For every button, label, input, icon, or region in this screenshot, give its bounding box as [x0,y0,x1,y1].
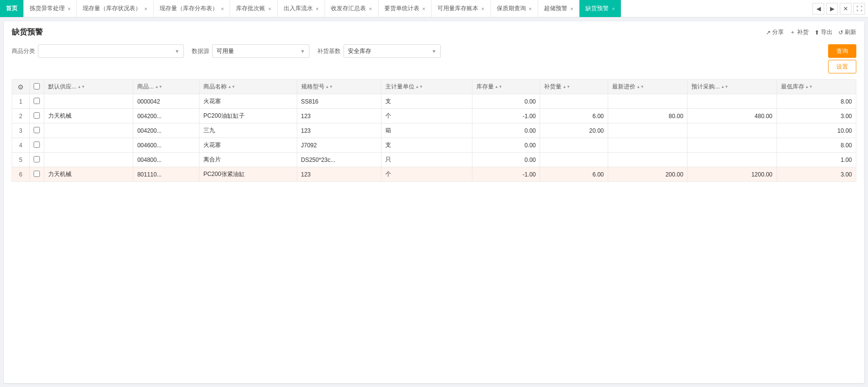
tab-5[interactable]: 出入库流水 × [278,0,325,17]
replenish-base-filter-group: 补货基数 安全库存 ▼ [317,44,441,58]
replenish-action[interactable]: ＋ 补货 [790,28,809,36]
row-check-cell [30,153,44,167]
tab-11[interactable]: 缺货预警 × [579,0,621,17]
row-latest-price [608,94,687,109]
col-unit-header: 主计量单位 ▲▼ [381,80,472,94]
tab-nav-buttons: ◀ ▶ ✕ ⛶ [810,3,868,15]
row-supplier: 力天机械 [44,109,133,123]
replenish-base-select[interactable]: 安全库存 ▼ [344,44,441,58]
goods-code-sort-icon: ▲▼ [155,85,163,89]
row-latest-price: 80.00 [608,109,687,123]
tab-1-close[interactable]: × [68,6,71,12]
col-spec-header: 规格型号 ▲▼ [297,80,381,94]
latest-price-sort[interactable]: 最新进价 ▲▼ [612,83,644,91]
row-goods-code: 004200... [133,123,199,138]
tab-9-close[interactable]: × [529,6,532,12]
tab-1-label: 拣货异常处理 [30,4,65,13]
row-latest-price [608,153,687,167]
col-est-purchase-header: 预计采购... ▲▼ [687,80,777,94]
row-settings-cell: 3 [12,123,30,138]
spec-sort[interactable]: 规格型号 ▲▼ [301,83,333,91]
row-latest-price: 200.00 [608,167,687,182]
category-label: 商品分类 [12,47,35,55]
row-checkbox-5[interactable] [34,171,40,177]
row-settings-cell: 6 [12,167,30,182]
col-check-header [30,80,44,94]
share-action[interactable]: ↗ 分享 [766,28,784,36]
row-check-cell [30,123,44,138]
tab-10[interactable]: 超储预警 × [538,0,579,17]
data-table: ⚙ 默认供应... ▲▼ 商品... ▲▼ [12,79,856,182]
supplier-col-label: 默认供应... [48,83,76,91]
datasource-select[interactable]: 可用量 ▼ [212,44,309,58]
tab-2-close[interactable]: × [144,6,147,12]
row-checkbox-1[interactable] [34,112,40,119]
row-checkbox-0[interactable] [34,98,40,104]
row-goods-name: 三九 [199,123,297,138]
tab-8-close[interactable]: × [481,6,484,12]
goods-name-sort[interactable]: 商品名称 ▲▼ [203,83,235,91]
tab-bar: 首页 拣货异常处理 × 现存量（库存状况表） × 现存量（库存分布表） × 库存… [0,0,868,18]
tab-next-btn[interactable]: ▶ [826,3,838,15]
stock-sort[interactable]: 库存量 ▲▼ [476,83,503,91]
row-unit: 支 [381,94,472,109]
tab-2[interactable]: 现存量（库存状况表） × [77,0,153,17]
tab-8[interactable]: 可用量库存账本 × [432,0,490,17]
tab-close-all-btn[interactable]: ✕ [840,3,851,15]
tab-3-close[interactable]: × [221,6,224,12]
query-button[interactable]: 查询 [828,44,856,58]
tab-3[interactable]: 现存量（库存分布表） × [154,0,230,17]
tab-9-label: 保质期查询 [497,4,526,13]
row-goods-code: 004800... [133,153,199,167]
select-all-checkbox[interactable] [34,83,40,89]
goods-code-col-label: 商品... [137,83,154,91]
est-purchase-sort-icon: ▲▼ [721,85,728,89]
refresh-action[interactable]: ↺ 刷新 [838,28,856,36]
export-action[interactable]: ⬆ 导出 [814,28,832,36]
category-arrow-icon: ▼ [175,49,180,54]
row-checkbox-2[interactable] [34,127,40,133]
row-unit: 只 [381,153,472,167]
goods-name-col-label: 商品名称 [203,83,227,91]
tab-10-close[interactable]: × [570,6,573,12]
row-goods-name: 离合片 [199,153,297,167]
replenish-sort[interactable]: 补货量 ▲▼ [544,83,570,91]
tab-4[interactable]: 库存批次账 × [230,0,277,17]
tab-6[interactable]: 收发存汇总表 × [325,0,378,17]
row-spec: SS816 [297,94,381,109]
row-est-purchase: 480.00 [687,109,777,123]
row-replenish [540,153,608,167]
row-min-stock: 1.00 [777,153,856,167]
min-stock-sort[interactable]: 最低库存 ▲▼ [781,83,813,91]
est-purchase-sort[interactable]: 预计采购... ▲▼ [691,83,728,91]
category-filter-group: 商品分类 ▼ [12,44,184,58]
settings-button[interactable]: 设置 [828,60,856,73]
row-min-stock: 3.00 [777,109,856,123]
row-checkbox-4[interactable] [34,156,40,162]
row-stock: 0.00 [472,153,540,167]
row-stock: -1.00 [472,109,540,123]
tab-7[interactable]: 要货单统计表 × [379,0,432,17]
tab-6-close[interactable]: × [369,6,372,12]
category-select[interactable]: ▼ [38,44,184,58]
tab-7-close[interactable]: × [422,6,425,12]
row-settings-cell: 2 [12,109,30,123]
tab-11-close[interactable]: × [612,6,615,12]
row-supplier [44,153,133,167]
unit-sort[interactable]: 主计量单位 ▲▼ [385,83,423,91]
tab-fullscreen-btn[interactable]: ⛶ [853,3,865,15]
export-icon: ⬆ [814,29,819,36]
settings-gear-icon[interactable]: ⚙ [16,83,25,91]
tab-4-close[interactable]: × [268,6,271,12]
col-supplier-header: 默认供应... ▲▼ [44,80,133,94]
table-row: 6 力天机械 801110... PC200张紧油缸 123 个 -1.00 6… [12,167,856,182]
row-supplier [44,123,133,138]
tab-9[interactable]: 保质期查询 × [491,0,538,17]
tab-home[interactable]: 首页 [0,0,24,17]
tab-5-close[interactable]: × [316,6,319,12]
tab-prev-btn[interactable]: ◀ [813,3,824,15]
supplier-sort[interactable]: 默认供应... ▲▼ [48,83,85,91]
goods-code-sort[interactable]: 商品... ▲▼ [137,83,163,91]
tab-1[interactable]: 拣货异常处理 × [24,0,77,17]
row-checkbox-3[interactable] [34,141,40,148]
